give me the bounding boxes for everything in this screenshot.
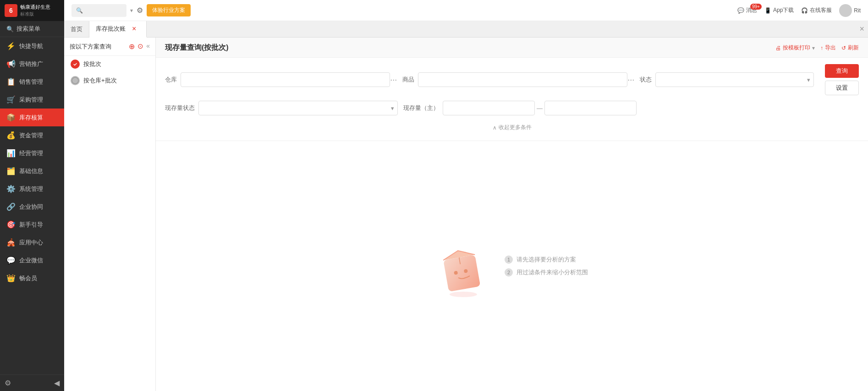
quantity-from-input[interactable] [443, 101, 535, 115]
collapse-up-icon: ∧ [493, 125, 497, 131]
tip-2-number: 2 [505, 268, 513, 277]
scheme-by-warehouse-batch-label: 按仓库+批次 [83, 76, 117, 85]
topbar-search-box[interactable]: 🔍 [71, 4, 126, 17]
topbar: 🔍 ▾ ⚙ 体验行业方案 💬 消息 99+ 📱 App下载 🎧 在线客服 Rit [64, 0, 868, 21]
refresh-label: 刷新 [848, 44, 859, 52]
content-area: 按以下方案查询 ⊕ ⊙ « 按批次 [64, 38, 868, 391]
page-title: 现存量查询(按批次) [165, 43, 229, 53]
quantity-to-input[interactable] [544, 101, 637, 115]
empty-state: 1 请先选择要分析的方案 2 用过滤条件来缩小分析范围 [156, 141, 868, 391]
avatar [839, 4, 852, 17]
basic-icon: 🗂️ [6, 167, 16, 175]
collapse-conditions-button[interactable]: ∧ 收起更多条件 [165, 121, 859, 134]
app-download-label: App下载 [773, 6, 794, 14]
app-logo: 6 [5, 4, 17, 17]
scheme-by-batch-label: 按批次 [83, 60, 101, 68]
purchase-icon: 🛒 [6, 95, 16, 104]
product-more-button[interactable]: ··· [627, 75, 634, 85]
warehouse-input[interactable] [181, 72, 390, 87]
tip-1-number: 1 [505, 255, 513, 264]
product-input[interactable] [418, 72, 627, 87]
sidebar-item-label: 企业微信 [19, 256, 43, 265]
sidebar-item-label: 经营管理 [19, 149, 43, 157]
collapse-panel-icon[interactable]: « [146, 42, 150, 51]
sidebar-item-label: 采购管理 [19, 96, 43, 104]
sidebar-item-label: 系统管理 [19, 185, 43, 193]
refresh-button[interactable]: ↺ 刷新 [841, 44, 859, 52]
inventory-status-input[interactable] [198, 101, 398, 115]
refresh-icon: ↺ [841, 45, 846, 51]
newbie-icon: 🎯 [6, 220, 16, 229]
topbar-gear-icon[interactable]: ⚙ [137, 6, 143, 15]
operation-icon: 📊 [6, 149, 16, 157]
scheme-by-batch-icon [71, 60, 80, 69]
print-button[interactable]: 🖨 按模板打印 ▾ [775, 44, 815, 52]
left-panel-header: 按以下方案查询 ⊕ ⊙ « [64, 38, 155, 56]
tab-home[interactable]: 首页 [64, 21, 89, 38]
sidebar-item-enterprise[interactable]: 🔗 企业协同 [0, 198, 64, 216]
messages-action[interactable]: 💬 消息 99+ [737, 6, 757, 14]
topbar-actions: 💬 消息 99+ 📱 App下载 🎧 在线客服 Rit [737, 4, 861, 17]
close-panel-button[interactable]: × [856, 24, 868, 34]
sidebar-search[interactable]: 🔍 搜索菜单 [0, 21, 64, 37]
app-download-icon: 📱 [764, 7, 771, 14]
sidebar-item-label: 资金管理 [19, 131, 43, 140]
query-button[interactable]: 查询 [825, 64, 859, 78]
export-button[interactable]: ↑ 导出 [820, 44, 836, 52]
sidebar-item-basic[interactable]: 🗂️ 基础信息 [0, 162, 64, 180]
sidebar-item-system[interactable]: ⚙️ 系统管理 [0, 180, 64, 198]
settings-button[interactable]: 设置 [825, 81, 859, 95]
svg-point-0 [72, 61, 78, 67]
trial-button[interactable]: 体验行业方案 [147, 4, 191, 16]
empty-tip-2: 2 用过滤条件来缩小分析范围 [505, 268, 588, 277]
quantity-separator: — [535, 105, 544, 112]
sales-icon: 📋 [6, 77, 16, 86]
add-scheme-button[interactable]: ⊕ [129, 42, 135, 51]
collapse-sidebar-icon[interactable]: ◀ [54, 379, 60, 387]
action-buttons: 查询 设置 [825, 64, 859, 95]
status-input[interactable] [655, 72, 814, 87]
sidebar-item-purchase[interactable]: 🛒 采购管理 [0, 91, 64, 109]
scheme-by-batch[interactable]: 按批次 [64, 56, 155, 72]
settings-footer-icon[interactable]: ⚙ [5, 379, 11, 387]
sidebar-item-label: 库存核算 [19, 114, 43, 122]
messages-badge: 99+ [750, 4, 762, 10]
tab-close-button[interactable]: × [128, 25, 140, 33]
export-label: 导出 [825, 44, 836, 52]
app-download-action[interactable]: 📱 App下载 [764, 6, 794, 14]
search-icon: 🔍 [6, 26, 14, 33]
scheme-by-warehouse-batch[interactable]: 按仓库+批次 [64, 72, 155, 89]
sidebar-item-operation[interactable]: 📊 经营管理 [0, 144, 64, 162]
online-service-action[interactable]: 🎧 在线客服 [801, 6, 832, 14]
sidebar-item-apps[interactable]: 🎪 应用中心 [0, 234, 64, 251]
inventory-quantity-label: 现存量（主） [403, 104, 439, 112]
inventory-quantity-field: 现存量（主） — [403, 101, 636, 115]
tip-2-text: 用过滤条件来缩小分析范围 [516, 268, 588, 277]
system-icon: ⚙️ [6, 185, 16, 193]
main-area: 🔍 ▾ ⚙ 体验行业方案 💬 消息 99+ 📱 App下载 🎧 在线客服 Rit [64, 0, 868, 391]
sidebar-item-quick-nav[interactable]: ⚡ 快捷导航 [0, 37, 64, 55]
empty-tips: 1 请先选择要分析的方案 2 用过滤条件来缩小分析范围 [505, 255, 588, 277]
sidebar-item-finance[interactable]: 💰 资金管理 [0, 126, 64, 144]
sidebar-item-marketing[interactable]: 📢 营销推广 [0, 55, 64, 73]
tip-1-text: 请先选择要分析的方案 [516, 255, 576, 264]
sidebar-item-inventory[interactable]: 📦 库存核算 [0, 109, 64, 126]
sidebar-item-label: 快捷导航 [19, 42, 43, 50]
filter-row-1: 仓库 ··· 商品 ··· 状态 [165, 64, 859, 95]
warehouse-more-button[interactable]: ··· [390, 75, 397, 85]
user-profile-action[interactable]: Rit [839, 4, 861, 17]
scheme-settings-icon[interactable]: ⊙ [137, 42, 143, 51]
app-edition: 标准版 [20, 11, 50, 17]
sidebar-item-sales[interactable]: 📋 销售管理 [0, 73, 64, 91]
topbar-dropdown-icon[interactable]: ▾ [130, 7, 133, 14]
sidebar-item-wechat[interactable]: 💬 企业微信 [0, 251, 64, 269]
sidebar-item-member[interactable]: 👑 畅会员 [0, 269, 64, 287]
tab-inventory-batch[interactable]: 库存批次账 × [89, 21, 147, 38]
filter-area: 仓库 ··· 商品 ··· 状态 [156, 58, 868, 141]
finance-icon: 💰 [6, 131, 16, 140]
print-label: 按模板打印 [783, 44, 810, 52]
company-name: 畅康通好生意 [20, 4, 50, 10]
tab-home-label: 首页 [71, 25, 82, 33]
sidebar-item-newbie[interactable]: 🎯 新手引导 [0, 216, 64, 234]
online-service-label: 在线客服 [810, 6, 832, 14]
